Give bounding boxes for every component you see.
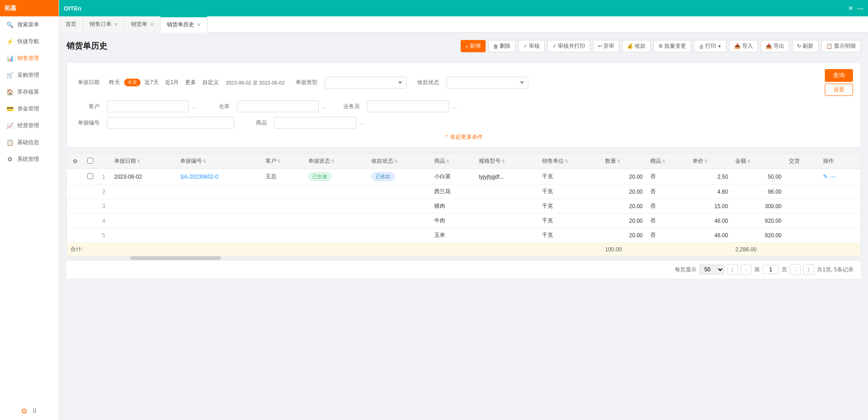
sidebar: 拓嘉 🔍 搜索菜单 ⚡ 快捷导航 📊 销售管理 🛒 采购管理 🏠 库存核算 💳 … [0,0,59,420]
first-page-button[interactable]: ⟪ [727,264,738,275]
warehouse-ellipsis[interactable]: ... [322,103,327,110]
column-gear[interactable]: ⚙ [67,154,83,169]
row-spec: tyjyjtyjjdf... [475,169,538,185]
sidebar-collapse-icon[interactable]: ⏸ [31,407,38,415]
minimize-icon[interactable]: — [857,5,863,12]
delete-button[interactable]: 🗑 删除 [488,40,516,52]
doc-status-badge: 已生效 [308,172,331,181]
doc-type-select[interactable] [325,77,406,89]
row-customer [262,185,305,199]
salesperson-input[interactable] [367,100,449,112]
sidebar-item-inventory[interactable]: 🏠 库存核算 [0,84,59,100]
column-sales-unit[interactable]: 销售单位⇅ [538,154,602,169]
next-page-button[interactable]: › [790,264,801,275]
audit-button[interactable]: ✓ 审核 [518,40,545,52]
top-bar: OfTEn ✕ — [59,0,868,16]
payment-status-select[interactable] [447,77,528,89]
date-option-1month[interactable]: 近1月 [163,78,181,87]
column-spec[interactable]: 规格型号⇅ [475,154,538,169]
collapse-button[interactable]: ⌃ 收起更多条件 [444,133,483,141]
prev-page-button[interactable]: ‹ [741,264,752,275]
tab-sales-order[interactable]: 销售订单 ✕ [83,16,125,33]
select-all-checkbox[interactable] [87,158,93,164]
refresh-button[interactable]: ↻ 刷新 [792,40,818,52]
sidebar-item-basic-info[interactable]: 📋 基础信息 [0,134,59,151]
customer-ellipsis[interactable]: ... [192,103,197,110]
column-pay-status[interactable]: 收款状态⇅ [368,154,431,169]
filter-panel: 单据日期 昨天 今天 近7天 近1月 更多 自定义 2023-06-02 至 2… [66,62,861,148]
doc-no-input[interactable] [107,117,234,129]
close-icon[interactable]: ✕ [848,5,853,12]
column-doc-no[interactable]: 单据编号⇅ [176,154,262,169]
goods-ellipsis[interactable]: ... [360,120,364,126]
tab-sales-goods[interactable]: 销货单 ✕ [125,16,161,33]
filter-row-3: 单据编号 商品 ... [74,117,853,129]
sidebar-settings-icon[interactable]: ⚙ [21,407,27,415]
sidebar-item-search-menu[interactable]: 🔍 搜索菜单 [0,16,59,33]
scrollbar-thumb[interactable] [130,256,221,260]
column-doc-status[interactable]: 单据状态⇅ [305,154,368,169]
tab-sales-history[interactable]: 销货单历史 ✕ [161,16,207,33]
more-action-icon[interactable]: ⋯ [830,173,836,180]
column-gift[interactable]: 赠品⇅ [647,154,689,169]
payment-status-filter [447,77,528,89]
warehouse-input[interactable] [237,100,319,112]
batch-change-button[interactable]: ⚙ 批量变更 [653,40,691,52]
audit-print-button[interactable]: ✓ 审核并打印 [547,40,590,52]
column-customer[interactable]: 客户⇅ [262,154,305,169]
query-button[interactable]: 查询 [825,69,853,82]
import-button[interactable]: 📥 导入 [729,40,758,52]
row-unit-price: 2.50 [689,169,732,185]
page-number-input[interactable] [763,265,779,274]
row-gear [67,199,83,214]
collect-button[interactable]: 💰 收款 [622,40,651,52]
date-option-today[interactable]: 今天 [124,79,140,86]
column-doc-date[interactable]: 单据日期⇅ [110,154,176,169]
row-qty: 20.00 [602,214,647,228]
tab-close-sales-goods[interactable]: ✕ [150,22,154,27]
doc-no-link[interactable]: SA-20230602-0 [180,174,218,180]
search-icon: 🔍 [6,21,14,29]
page-size-select[interactable]: 50 20 100 [699,265,724,275]
batch-change-icon: ⚙ [658,43,663,49]
show-detail-button[interactable]: 📋 显示明细 [821,40,861,52]
page-title: 销货单历史 [66,40,107,51]
export-button[interactable]: 📤 导出 [761,40,789,52]
sidebar-item-label: 销售管理 [17,55,39,62]
tab-home[interactable]: 首页 [59,16,83,33]
last-page-button[interactable]: ⟫ [803,264,814,275]
customer-input[interactable] [107,100,189,112]
date-option-custom[interactable]: 自定义 [200,78,221,87]
row-index: 3 [97,199,110,214]
settings-button[interactable]: 设置 [825,84,853,96]
sidebar-item-sales[interactable]: 📊 销售管理 [0,50,59,67]
import-icon: 📥 [734,43,741,49]
row-checkbox-input[interactable] [87,173,93,179]
column-amount[interactable]: 金额⇅ [732,154,785,169]
row-customer [262,228,305,243]
column-unit-price[interactable]: 单价⇅ [689,154,732,169]
goods-input[interactable] [274,117,356,129]
tab-close-sales-history[interactable]: ✕ [197,22,201,27]
sidebar-item-purchase[interactable]: 🛒 采购管理 [0,67,59,84]
table-row: 5 玉米 千克 20.00 否 46.00 920.00 [67,228,860,243]
sidebar-item-finance[interactable]: 💳 资金管理 [0,100,59,117]
date-option-7days[interactable]: 近7天 [142,78,161,87]
tab-close-sales-order[interactable]: ✕ [114,22,118,27]
salesperson-ellipsis[interactable]: ... [452,103,457,110]
row-doc-date: 2023-06-02 [110,169,176,185]
sidebar-item-quick-nav[interactable]: ⚡ 快捷导航 [0,33,59,50]
horizontal-scrollbar[interactable] [66,256,861,260]
date-option-yesterday[interactable]: 昨天 [107,78,122,87]
sidebar-item-operations[interactable]: 📈 经营管理 [0,117,59,134]
doc-no-filter [107,117,234,129]
column-qty[interactable]: 数量⇅ [602,154,647,169]
discard-button[interactable]: ↩ 弃审 [593,40,619,52]
sidebar-item-system[interactable]: ⚙ 系统管理 [0,151,59,168]
column-goods[interactable]: 商品⇅ [431,154,475,169]
add-button[interactable]: + 新增 [461,40,486,52]
date-label: 单据日期 [74,79,100,86]
date-option-more[interactable]: 更多 [183,78,198,87]
print-button[interactable]: 🖨 打印 ▼ [694,40,727,52]
edit-action-icon[interactable]: ✎ [823,173,828,180]
